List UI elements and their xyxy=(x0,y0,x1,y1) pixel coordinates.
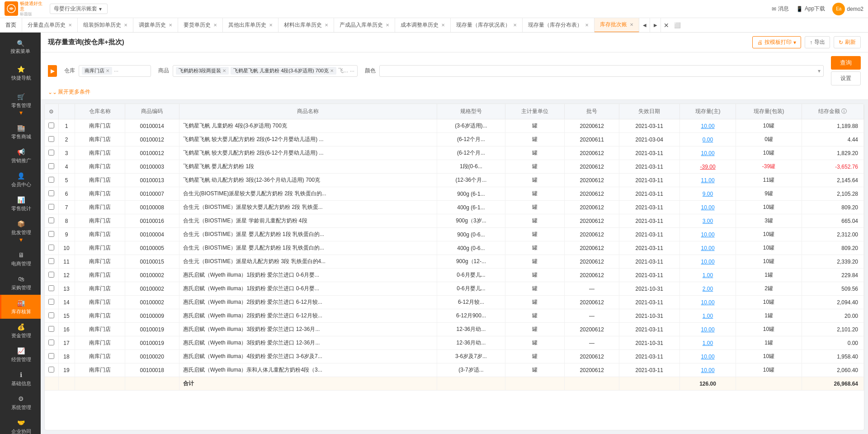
search-menu-button[interactable]: 🔍 搜索菜单 xyxy=(0,36,41,57)
row-checkbox[interactable] xyxy=(45,201,58,214)
close-icon[interactable]: ✕ xyxy=(269,23,273,28)
tag-close-icon[interactable]: ✕ xyxy=(222,68,226,73)
row-checkbox[interactable] xyxy=(45,133,58,146)
sidebar-item-system[interactable]: ⚙ 系统管理 xyxy=(0,391,41,415)
refresh-button[interactable]: ↻ 刷新 xyxy=(834,36,861,48)
product-more-button[interactable]: 飞... xyxy=(338,67,348,75)
tab-close-all-button[interactable]: ✕ xyxy=(661,18,672,33)
expand-filter-button[interactable]: ⌄⌄ 展开更多条件 xyxy=(48,88,861,96)
template-print-button[interactable]: 🖨 按模板打印 ▾ xyxy=(752,36,801,48)
sidebar-item-purchase[interactable]: 🛍 采购管理 xyxy=(0,271,41,295)
row-checkbox[interactable] xyxy=(45,336,58,350)
close-icon[interactable]: ✕ xyxy=(386,23,389,28)
color-filter[interactable]: ▾ xyxy=(379,65,824,77)
sidebar-item-retail-stats[interactable]: 📊 零售统计 xyxy=(0,192,41,216)
row-qty-main[interactable]: 10.00 xyxy=(679,350,736,363)
warehouse-filter[interactable]: 南库门店 ✕ ··· xyxy=(79,65,151,77)
row-qty-main[interactable]: 10.00 xyxy=(679,146,736,160)
query-button[interactable]: 查询 xyxy=(831,56,861,70)
close-icon[interactable]: ✕ xyxy=(68,23,72,28)
settings-button[interactable]: 设置 xyxy=(831,71,861,85)
chevron-down-icon[interactable]: ▾ xyxy=(818,68,821,74)
sidebar-item-quick-nav[interactable]: ⭐ 快捷导航 xyxy=(0,61,41,85)
row-checkbox[interactable] xyxy=(45,323,58,336)
sidebar-item-wholesale[interactable]: 📦 批发管理 ▾ xyxy=(0,216,41,247)
row-qty-main[interactable]: 10.00 xyxy=(679,241,736,255)
row-checkbox[interactable] xyxy=(45,228,58,241)
tab-current-status[interactable]: 现存量（库存状况表） ✕ xyxy=(451,18,523,33)
user-menu[interactable]: Ea demo2 xyxy=(832,3,863,15)
sidebar-item-basic-info[interactable]: ℹ 基础信息 xyxy=(0,367,41,391)
sidebar-item-retail[interactable]: 🛒 零售管理 ▾ xyxy=(0,89,41,120)
row-checkbox[interactable] xyxy=(45,296,58,309)
row-checkbox[interactable] xyxy=(45,309,58,323)
tab-disassemble[interactable]: 组装拆卸单历史 ✕ xyxy=(78,18,133,33)
tab-current-dist[interactable]: 现存量（库存分布表） ✕ xyxy=(523,18,594,33)
tab-maximize-button[interactable]: ⬜ xyxy=(672,18,683,33)
row-checkbox[interactable] xyxy=(45,282,58,296)
row-qty-main[interactable]: 1.00 xyxy=(679,269,736,282)
tab-mix[interactable]: 调拨单历史 ✕ xyxy=(133,18,178,33)
export-button[interactable]: ↑ 导出 xyxy=(805,36,830,48)
product-filter[interactable]: 飞鹤奶粉3段两提装 ✕ 飞鹤星飞帆 儿童奶粉 4段(3-6岁适用) 700克 ✕… xyxy=(173,65,358,77)
row-checkbox[interactable] xyxy=(45,174,58,187)
more-product-filter-button[interactable]: ··· xyxy=(350,68,354,74)
tab-product-in[interactable]: 产成品入库单历史 ✕ xyxy=(334,18,395,33)
tab-request[interactable]: 要货单历史 ✕ xyxy=(178,18,223,33)
tab-cost-adjust[interactable]: 成本调整单历史 ✕ xyxy=(395,18,451,33)
tag-close-icon[interactable]: ✕ xyxy=(106,68,109,73)
sidebar-item-marketing[interactable]: 📢 营销推广 xyxy=(0,144,41,168)
sidebar-item-ecommerce[interactable]: 🖥 电商管理 xyxy=(0,247,41,271)
row-checkbox[interactable] xyxy=(45,146,58,160)
row-qty-main[interactable]: 3.00 xyxy=(679,214,736,228)
tab-other-out[interactable]: 其他出库单历史 ✕ xyxy=(223,18,278,33)
sidebar-item-retail-mall[interactable]: 🏬 零售商城 xyxy=(0,120,41,144)
tab-home[interactable]: 首页 xyxy=(0,18,22,33)
sidebar-item-inventory[interactable]: 🏭 库存核算 xyxy=(0,295,41,319)
messages-button[interactable]: ✉ 消息 xyxy=(772,5,789,13)
close-icon[interactable]: ✕ xyxy=(441,23,445,28)
close-icon[interactable]: ✕ xyxy=(325,23,328,28)
tab-split-inventory[interactable]: 分量盘点单历史 ✕ xyxy=(22,18,78,33)
close-icon[interactable]: ✕ xyxy=(169,23,172,28)
row-qty-main[interactable]: 10.00 xyxy=(679,323,736,336)
tab-batch-ledger[interactable]: 库存批次账 ✕ xyxy=(594,18,639,33)
close-icon[interactable]: ✕ xyxy=(513,23,517,28)
row-qty-main[interactable]: 10.00 xyxy=(679,228,736,241)
row-qty-main[interactable]: 10.00 xyxy=(679,296,736,309)
row-checkbox[interactable] xyxy=(45,119,58,133)
account-dropdown[interactable]: 母婴行业演示账套 ▾ xyxy=(50,4,108,14)
col-settings[interactable]: ⚙ xyxy=(45,104,58,119)
row-qty-main[interactable]: 1.00 xyxy=(679,336,736,350)
row-checkbox[interactable] xyxy=(45,187,58,201)
close-icon[interactable]: ✕ xyxy=(630,22,633,27)
sidebar-item-member[interactable]: 👤 会员中心 xyxy=(0,168,41,192)
row-qty-main[interactable]: 10.00 xyxy=(679,119,736,133)
tag-close-icon[interactable]: ✕ xyxy=(330,68,334,73)
row-qty-main[interactable]: 9.00 xyxy=(679,187,736,201)
sidebar-item-finance[interactable]: 💰 资金管理 xyxy=(0,319,41,343)
close-icon[interactable]: ✕ xyxy=(124,23,127,28)
row-qty-main[interactable]: 10.00 xyxy=(679,201,736,214)
sidebar-item-enterprise[interactable]: 🤝 企业协同 xyxy=(0,415,41,434)
row-checkbox[interactable] xyxy=(45,214,58,228)
close-icon[interactable]: ✕ xyxy=(585,23,589,28)
tab-material-out[interactable]: 材料出库单历史 ✕ xyxy=(278,18,334,33)
app-download-button[interactable]: 📱 App下载 xyxy=(796,5,825,13)
filter-toggle-button[interactable]: ▶ xyxy=(48,65,57,77)
row-checkbox[interactable] xyxy=(45,160,58,174)
row-qty-main[interactable]: -39.00 xyxy=(679,160,736,174)
row-checkbox[interactable] xyxy=(45,241,58,255)
row-checkbox[interactable] xyxy=(45,269,58,282)
row-checkbox[interactable] xyxy=(45,363,58,377)
row-qty-main[interactable]: 0.00 xyxy=(679,133,736,146)
row-qty-main[interactable]: 10.00 xyxy=(679,363,736,377)
row-qty-main[interactable]: 11.00 xyxy=(679,174,736,187)
tab-prev-button[interactable]: ◀ xyxy=(639,18,650,33)
more-filter-button[interactable]: ··· xyxy=(114,68,118,74)
sidebar-item-operations[interactable]: 📈 经营管理 xyxy=(0,343,41,367)
row-qty-main[interactable]: 1.00 xyxy=(679,309,736,323)
row-checkbox[interactable] xyxy=(45,350,58,363)
tab-next-button[interactable]: ▶ xyxy=(650,18,661,33)
row-qty-main[interactable]: 2.00 xyxy=(679,282,736,296)
